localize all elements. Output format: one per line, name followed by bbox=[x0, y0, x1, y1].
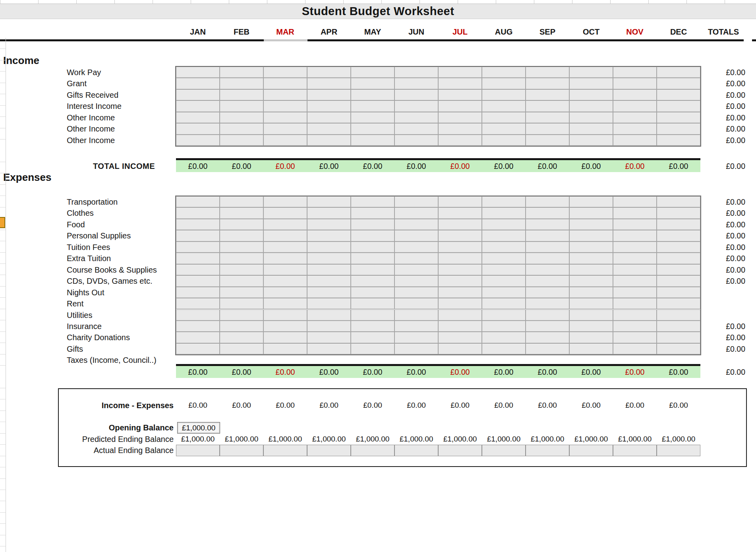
expense-cell[interactable] bbox=[176, 332, 220, 343]
expense-cell[interactable] bbox=[482, 196, 526, 207]
expense-cell[interactable] bbox=[526, 321, 569, 332]
income-cell[interactable] bbox=[438, 112, 482, 123]
income-cell[interactable] bbox=[176, 89, 220, 101]
expense-cell[interactable] bbox=[482, 321, 526, 332]
expense-cell[interactable] bbox=[657, 207, 700, 219]
expense-cell[interactable] bbox=[176, 298, 220, 309]
expense-cell[interactable] bbox=[613, 230, 657, 241]
expense-cell[interactable] bbox=[482, 242, 526, 253]
expense-cell[interactable] bbox=[482, 264, 526, 275]
expense-cell[interactable] bbox=[351, 298, 394, 309]
income-cell[interactable] bbox=[657, 135, 700, 146]
expense-cell[interactable] bbox=[657, 343, 700, 354]
expense-cell[interactable] bbox=[263, 287, 307, 298]
expense-cell[interactable] bbox=[307, 196, 351, 207]
expense-cell[interactable] bbox=[657, 264, 700, 275]
income-cell[interactable] bbox=[482, 89, 526, 101]
actual-ending-balance-cell[interactable] bbox=[307, 445, 351, 456]
income-cell[interactable] bbox=[263, 67, 307, 78]
expense-cell[interactable] bbox=[482, 332, 526, 343]
expense-cell[interactable] bbox=[613, 287, 657, 298]
expense-cell[interactable] bbox=[482, 310, 526, 321]
expense-cell[interactable] bbox=[394, 264, 438, 275]
income-cell[interactable] bbox=[307, 89, 351, 101]
expense-cell[interactable] bbox=[176, 196, 220, 207]
expense-cell[interactable] bbox=[526, 219, 569, 230]
income-cell[interactable] bbox=[176, 78, 220, 89]
expense-cell[interactable] bbox=[569, 196, 613, 207]
income-cell[interactable] bbox=[307, 101, 351, 112]
income-cell[interactable] bbox=[220, 135, 263, 146]
expense-cell[interactable] bbox=[307, 332, 351, 343]
expense-cell[interactable] bbox=[569, 230, 613, 241]
income-cell[interactable] bbox=[482, 78, 526, 89]
expense-cell[interactable] bbox=[394, 196, 438, 207]
expense-cell[interactable] bbox=[307, 343, 351, 354]
income-cell[interactable] bbox=[307, 135, 351, 146]
income-cell[interactable] bbox=[307, 123, 351, 134]
expense-cell[interactable] bbox=[307, 264, 351, 275]
expense-cell[interactable] bbox=[569, 275, 613, 287]
expense-cell[interactable] bbox=[569, 343, 613, 354]
expense-cell[interactable] bbox=[569, 207, 613, 219]
expense-cell[interactable] bbox=[569, 321, 613, 332]
expense-cell[interactable] bbox=[263, 321, 307, 332]
income-cell[interactable] bbox=[569, 78, 613, 89]
expense-cell[interactable] bbox=[438, 332, 482, 343]
expense-cell[interactable] bbox=[613, 219, 657, 230]
expense-cell[interactable] bbox=[613, 298, 657, 309]
expense-cell[interactable] bbox=[176, 207, 220, 219]
expense-cell[interactable] bbox=[351, 264, 394, 275]
expense-cell[interactable] bbox=[176, 242, 220, 253]
expense-cell[interactable] bbox=[394, 207, 438, 219]
expense-cell[interactable] bbox=[613, 275, 657, 287]
expense-cell[interactable] bbox=[438, 298, 482, 309]
expense-cell[interactable] bbox=[569, 253, 613, 264]
expense-cell[interactable] bbox=[307, 253, 351, 264]
income-cell[interactable] bbox=[438, 78, 482, 89]
expense-cell[interactable] bbox=[438, 253, 482, 264]
expense-cell[interactable] bbox=[482, 287, 526, 298]
expense-cell[interactable] bbox=[307, 321, 351, 332]
expense-cell[interactable] bbox=[176, 275, 220, 287]
expense-cell[interactable] bbox=[176, 264, 220, 275]
expense-cell[interactable] bbox=[351, 275, 394, 287]
income-cell[interactable] bbox=[526, 123, 569, 134]
income-cell[interactable] bbox=[351, 101, 394, 112]
expense-cell[interactable] bbox=[438, 310, 482, 321]
income-cell[interactable] bbox=[569, 67, 613, 78]
expense-cell[interactable] bbox=[438, 207, 482, 219]
income-cell[interactable] bbox=[176, 67, 220, 78]
expense-cell[interactable] bbox=[263, 219, 307, 230]
expense-cell[interactable] bbox=[220, 253, 263, 264]
income-cell[interactable] bbox=[482, 112, 526, 123]
income-cell[interactable] bbox=[220, 78, 263, 89]
expense-cell[interactable] bbox=[613, 343, 657, 354]
income-cell[interactable] bbox=[220, 67, 263, 78]
expense-cell[interactable] bbox=[220, 275, 263, 287]
expense-cell[interactable] bbox=[351, 253, 394, 264]
expense-cell[interactable] bbox=[394, 310, 438, 321]
income-cell[interactable] bbox=[526, 112, 569, 123]
income-cell[interactable] bbox=[176, 123, 220, 134]
expense-cell[interactable] bbox=[657, 253, 700, 264]
actual-ending-balance-cell[interactable] bbox=[526, 445, 569, 456]
income-cell[interactable] bbox=[394, 67, 438, 78]
expense-cell[interactable] bbox=[220, 332, 263, 343]
expense-cell[interactable] bbox=[613, 207, 657, 219]
expense-cell[interactable] bbox=[351, 332, 394, 343]
expense-cell[interactable] bbox=[307, 219, 351, 230]
expense-cell[interactable] bbox=[438, 219, 482, 230]
expense-cell[interactable] bbox=[482, 230, 526, 241]
expense-cell[interactable] bbox=[438, 196, 482, 207]
income-cell[interactable] bbox=[613, 67, 657, 78]
expense-cell[interactable] bbox=[613, 332, 657, 343]
expense-cell[interactable] bbox=[307, 310, 351, 321]
income-cell[interactable] bbox=[351, 67, 394, 78]
expense-cell[interactable] bbox=[657, 321, 700, 332]
actual-ending-balance-cell[interactable] bbox=[613, 445, 657, 456]
expense-cell[interactable] bbox=[351, 310, 394, 321]
income-cell[interactable] bbox=[351, 135, 394, 146]
income-cell[interactable] bbox=[526, 67, 569, 78]
expense-cell[interactable] bbox=[613, 264, 657, 275]
